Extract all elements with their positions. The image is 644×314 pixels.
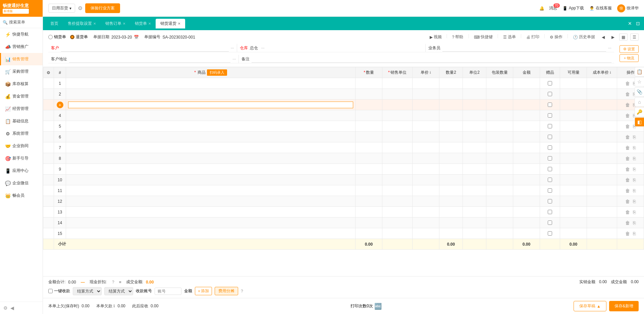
row-qty2-cell[interactable]	[439, 175, 463, 185]
row-copy-btn-15[interactable]: ⎘	[632, 231, 637, 237]
tab-home[interactable]: 首页	[46, 19, 63, 28]
next-record-btn[interactable]: ▶	[609, 34, 616, 41]
row-available-cell[interactable]	[560, 228, 587, 239]
row-qty2-cell[interactable]	[439, 142, 463, 153]
scan-input-btn[interactable]: 扫码录入	[207, 69, 227, 76]
sidebar-item-finance[interactable]: 💰 资金管理	[0, 90, 43, 103]
gift-checkbox-7[interactable]	[548, 145, 552, 150]
row-price-cell[interactable]	[413, 121, 439, 132]
product-input-3[interactable]	[68, 102, 353, 108]
row-unit2-cell[interactable]	[463, 78, 486, 89]
row-delete-btn-13[interactable]: 🗑	[624, 209, 631, 215]
sidebar-item-basic[interactable]: 📋 基础信息	[0, 115, 43, 127]
save-new-btn[interactable]: 保存&新增	[609, 301, 639, 311]
warehouse-select-btn[interactable]: ···	[261, 46, 265, 50]
settings-bottom-icon[interactable]: ⚙	[3, 305, 8, 311]
row-unit2-cell[interactable]	[463, 228, 486, 239]
row-gift-cell[interactable]	[540, 89, 560, 100]
row-qty-cell[interactable]	[356, 153, 382, 164]
row-copy-btn-6[interactable]: ⎘	[632, 134, 637, 140]
row-product-cell[interactable]	[66, 89, 356, 100]
calendar-icon[interactable]: 📅	[134, 35, 139, 40]
row-price-cell[interactable]	[413, 196, 439, 207]
row-unit2-cell[interactable]	[463, 89, 486, 100]
row-gift-cell[interactable]	[540, 164, 560, 175]
row-available-cell[interactable]	[560, 185, 587, 196]
row-pkg-qty-cell[interactable]	[486, 153, 513, 164]
row-qty2-cell[interactable]	[439, 100, 463, 110]
row-available-cell[interactable]	[560, 217, 587, 228]
row-available-cell[interactable]	[560, 196, 587, 207]
row-qty2-cell[interactable]	[439, 89, 463, 100]
print-btn[interactable]: 🖨 打印	[524, 34, 541, 41]
row-delete-btn-9[interactable]: 🗑	[624, 166, 631, 172]
one-key-collect-check[interactable]: 一键收款	[48, 288, 70, 294]
row-qty2-cell[interactable]	[439, 185, 463, 196]
row-pkg-qty-cell[interactable]	[486, 217, 513, 228]
row-qty-cell[interactable]	[356, 100, 382, 110]
gift-checkbox-13[interactable]	[548, 210, 552, 214]
industry-dropdown[interactable]: 日用百货 ▾	[48, 4, 75, 13]
row-unit2-cell[interactable]	[463, 217, 486, 228]
settle-method-select[interactable]: 结算方式	[73, 287, 102, 295]
row-copy-btn-14[interactable]: ⎘	[632, 220, 637, 226]
row-available-cell[interactable]	[560, 132, 587, 142]
row-gift-cell[interactable]	[540, 228, 560, 239]
operation-btn[interactable]: ⚙ 操作	[548, 34, 565, 41]
row-price-cell[interactable]	[413, 142, 439, 153]
row-pkg-qty-cell[interactable]	[486, 196, 513, 207]
row-copy-btn-12[interactable]: ⎘	[632, 198, 637, 204]
gift-checkbox-6[interactable]	[548, 135, 552, 139]
row-cost-price-cell[interactable]	[587, 164, 617, 175]
row-pkg-qty-cell[interactable]	[486, 164, 513, 175]
calc-method-select[interactable]: 结算方式	[104, 287, 133, 295]
gift-checkbox-11[interactable]	[548, 188, 552, 193]
row-price-cell[interactable]	[413, 164, 439, 175]
right-edge-home-btn[interactable]: ⌂	[635, 97, 644, 107]
row-gift-cell[interactable]	[540, 196, 560, 207]
row-gift-cell[interactable]	[540, 217, 560, 228]
row-gift-cell[interactable]	[540, 207, 560, 217]
row-copy-btn-11[interactable]: ⎘	[632, 188, 637, 194]
row-available-cell[interactable]	[560, 110, 587, 121]
row-cost-price-cell[interactable]	[587, 89, 617, 100]
row-cost-price-cell[interactable]	[587, 78, 617, 89]
row-qty-cell[interactable]	[356, 142, 382, 153]
topbar-gear-icon[interactable]: ⚙	[78, 5, 83, 11]
row-product-cell[interactable]	[66, 185, 356, 196]
row-cost-price-cell[interactable]	[587, 217, 617, 228]
gift-checkbox-3[interactable]	[548, 103, 552, 107]
salesperson-input[interactable]	[442, 45, 606, 52]
row-amount-cell[interactable]	[513, 207, 540, 217]
row-copy-btn-8[interactable]: ⎘	[632, 155, 637, 162]
expense-split-btn[interactable]: 费用分摊	[215, 287, 238, 295]
row-price-cell[interactable]	[413, 132, 439, 142]
row-gift-cell[interactable]	[540, 153, 560, 164]
row-qty2-cell[interactable]	[439, 217, 463, 228]
row-unit-cell[interactable]	[382, 89, 413, 100]
sidebar-item-operations[interactable]: 📈 经营管理	[0, 103, 43, 115]
row-product-cell[interactable]	[66, 100, 356, 110]
address-select-btn[interactable]: ···	[232, 57, 236, 61]
row-pkg-qty-cell[interactable]	[486, 78, 513, 89]
sidebar-item-system[interactable]: ⚙ 系统管理	[0, 127, 43, 140]
row-delete-btn-12[interactable]: 🗑	[624, 198, 631, 204]
app-download-item[interactable]: 📱 App下载	[562, 5, 584, 11]
logistics-side-btn[interactable]: + 物流	[620, 54, 639, 62]
row-unit2-cell[interactable]	[463, 121, 486, 132]
row-price-cell[interactable]	[413, 228, 439, 239]
row-qty-cell[interactable]	[356, 89, 382, 100]
tab-sales-return-close[interactable]: ✕	[178, 22, 180, 25]
row-unit2-cell[interactable]	[463, 164, 486, 175]
user-item[interactable]: 徐 徐泽华	[617, 4, 639, 12]
row-available-cell[interactable]	[560, 121, 587, 132]
row-cost-price-cell[interactable]	[587, 153, 617, 164]
row-cost-price-cell[interactable]	[587, 100, 617, 110]
account-input[interactable]	[155, 288, 181, 295]
tab-sales-invoice[interactable]: 销货单 ✕	[130, 19, 156, 28]
row-delete-btn-14[interactable]: 🗑	[624, 220, 631, 226]
row-product-cell[interactable]	[66, 153, 356, 164]
gift-checkbox-1[interactable]	[548, 81, 552, 85]
settings-side-btn[interactable]: ⚙ 设置	[620, 45, 639, 53]
row-available-cell[interactable]	[560, 100, 587, 110]
